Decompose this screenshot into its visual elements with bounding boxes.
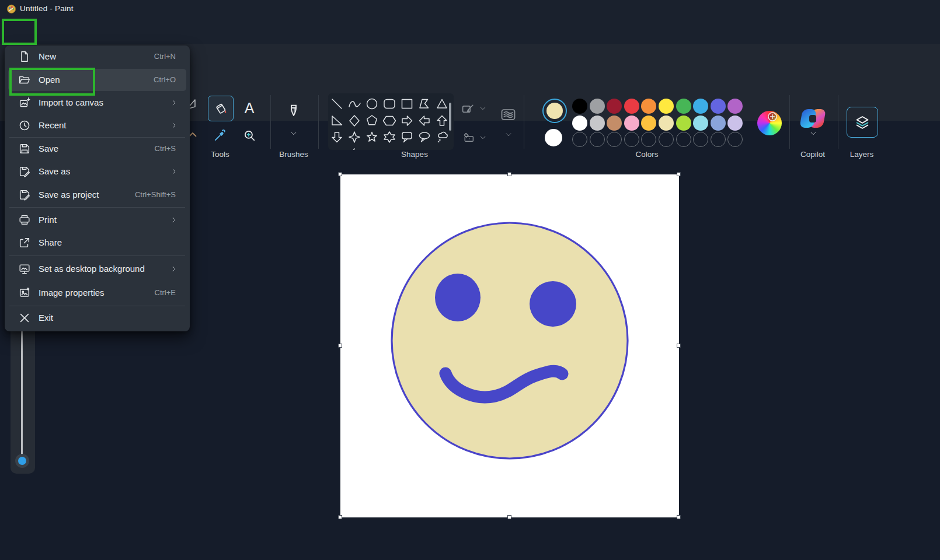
magnifier-tool[interactable] [237, 123, 262, 148]
shape-pentagon-icon[interactable] [367, 116, 377, 125]
shape-polygon-icon[interactable] [420, 100, 429, 108]
palette-color-swatch[interactable] [624, 99, 639, 114]
palette-empty-slot[interactable] [590, 132, 605, 147]
text-tool[interactable]: A [237, 96, 262, 120]
selection-handle-ne[interactable] [677, 172, 681, 176]
foreground-color-swatch[interactable] [542, 99, 567, 123]
palette-color-swatch[interactable] [676, 116, 691, 131]
shape-rounded-rectangle-icon[interactable] [384, 100, 395, 108]
copilot-button[interactable] [801, 108, 824, 130]
chevron-down-icon[interactable] [504, 131, 513, 139]
slider-track[interactable] [21, 323, 23, 457]
eyedropper-icon [213, 128, 228, 143]
side-slider [11, 322, 35, 474]
chevron-down-icon[interactable] [479, 134, 487, 142]
selection-handle-se[interactable] [677, 515, 681, 519]
menu-item-save-as-project[interactable]: Save as project Ctrl+Shift+S [8, 184, 186, 206]
shapes-scrollbar[interactable] [449, 103, 451, 131]
shape-arrow-right-icon[interactable] [402, 116, 412, 125]
palette-empty-slot[interactable] [572, 132, 587, 147]
palette-color-swatch[interactable] [711, 116, 726, 131]
palette-color-swatch[interactable] [659, 116, 674, 131]
palette-empty-slot[interactable] [727, 132, 743, 147]
shape-hexagon-icon[interactable] [384, 117, 396, 125]
palette-empty-slot[interactable] [659, 132, 674, 147]
palette-color-swatch[interactable] [624, 116, 639, 131]
palette-color-swatch[interactable] [727, 99, 743, 114]
palette-color-swatch[interactable] [676, 99, 691, 114]
palette-empty-slot[interactable] [711, 132, 726, 147]
shapes-gallery [328, 93, 454, 150]
shape-right-triangle-icon[interactable] [332, 116, 342, 125]
palette-empty-slot[interactable] [676, 132, 691, 147]
selection-handle-nw[interactable] [338, 172, 342, 176]
palette-color-swatch[interactable] [572, 99, 587, 114]
shape-four-point-star-icon[interactable] [349, 132, 360, 142]
menu-item-save[interactable]: Save Ctrl+S [8, 138, 186, 160]
menu-item-recent[interactable]: Recent [8, 114, 186, 136]
annotation-box [9, 68, 95, 96]
shape-oval-callout-icon[interactable] [420, 132, 430, 142]
shape-fill-button[interactable] [461, 130, 475, 145]
paint-canvas[interactable] [340, 174, 679, 517]
palette-color-swatch[interactable] [711, 99, 726, 114]
palette-color-swatch[interactable] [693, 99, 708, 114]
secondary-color-swatch[interactable] [545, 129, 562, 146]
palette-color-swatch[interactable] [693, 116, 708, 131]
shape-curve-icon[interactable] [349, 102, 360, 107]
menu-item-exit[interactable]: Exit [8, 307, 186, 329]
palette-color-swatch[interactable] [590, 99, 605, 114]
layers-button[interactable] [847, 107, 878, 138]
palette-color-swatch[interactable] [572, 116, 587, 131]
selection-handle-s[interactable] [507, 515, 511, 519]
slider-thumb[interactable] [15, 454, 29, 468]
selection-handle-n[interactable] [507, 172, 511, 176]
palette-empty-slot[interactable] [624, 132, 639, 147]
palette-color-swatch[interactable] [659, 99, 674, 114]
shape-six-point-star-icon[interactable] [384, 132, 395, 142]
selection-handle-e[interactable] [677, 344, 681, 348]
shape-line-icon[interactable] [332, 99, 342, 108]
eyedropper-tool[interactable] [208, 123, 232, 148]
menu-item-print[interactable]: Print [8, 209, 186, 231]
menu-item-share[interactable]: Share [8, 232, 186, 254]
shape-five-point-star-icon[interactable] [367, 132, 377, 142]
ribbon-divider [318, 95, 319, 149]
layers-group-label: Layers [838, 150, 885, 160]
shape-arrow-up-icon[interactable] [437, 116, 447, 126]
selection-handle-sw[interactable] [338, 515, 342, 519]
shape-outline-button[interactable] [461, 101, 475, 116]
palette-color-swatch[interactable] [607, 116, 622, 131]
palette-color-swatch[interactable] [641, 116, 656, 131]
thickness-button[interactable] [499, 106, 517, 124]
shape-rectangle-icon[interactable] [402, 100, 412, 108]
palette-empty-slot[interactable] [641, 132, 656, 147]
menu-item-image-properties[interactable]: Image properties Ctrl+E [8, 282, 186, 304]
shape-arrow-left-icon[interactable] [420, 116, 430, 125]
brushes-button[interactable] [284, 102, 303, 122]
chevron-down-icon[interactable] [479, 104, 487, 113]
menu-item-new[interactable]: New Ctrl+N [8, 46, 186, 68]
shape-oval-icon[interactable] [367, 99, 377, 109]
chevron-down-icon[interactable] [290, 130, 298, 138]
shape-lightning-icon[interactable] [351, 149, 354, 150]
shape-triangle-icon[interactable] [437, 100, 447, 108]
shape-arrow-down-icon[interactable] [332, 132, 342, 142]
shape-rounded-callout-icon[interactable] [402, 132, 412, 142]
menu-item-save-as[interactable]: Save as [8, 160, 186, 183]
palette-color-swatch[interactable] [590, 116, 605, 131]
shape-cloud-callout-icon[interactable] [438, 132, 447, 142]
selection-handle-w[interactable] [338, 344, 342, 348]
chevron-down-icon[interactable] [809, 130, 817, 138]
shape-diamond-icon[interactable] [350, 116, 359, 126]
palette-empty-slot[interactable] [607, 132, 622, 147]
palette-color-swatch[interactable] [727, 116, 743, 131]
palette-color-swatch[interactable] [607, 99, 622, 114]
palette-empty-slot[interactable] [693, 132, 708, 147]
menu-item-set-as-desktop-background[interactable]: Set as desktop background [8, 258, 186, 280]
left-eye [435, 274, 481, 321]
menu-separator [9, 256, 185, 256]
menu-item-label: Save as [39, 166, 70, 176]
fill-bucket-tool[interactable] [208, 96, 234, 121]
palette-color-swatch[interactable] [641, 99, 656, 114]
